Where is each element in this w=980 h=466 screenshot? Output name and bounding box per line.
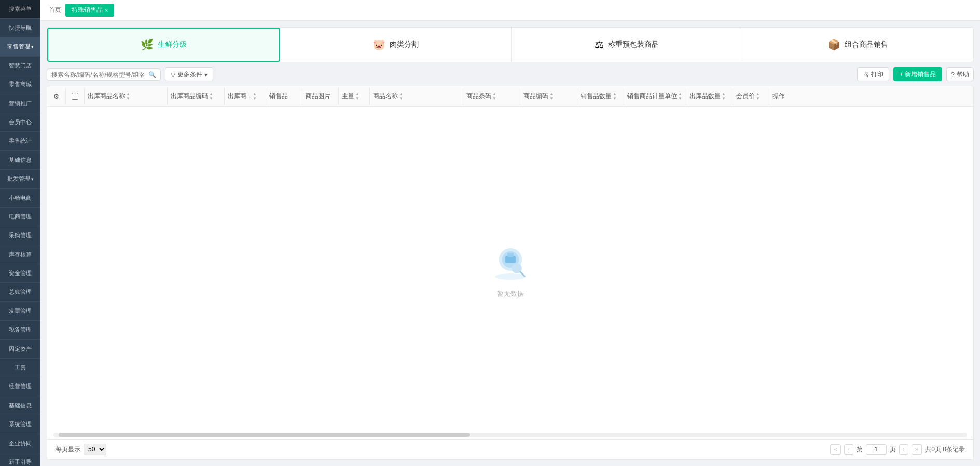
category-tab-meat-cut[interactable]: 🐷 肉类分割	[280, 28, 512, 62]
category-tab-combo-product[interactable]: 📦 组合商品销售	[742, 28, 973, 62]
sort-arrows-icon[interactable]: ▲▼	[209, 92, 213, 101]
topbar: 首页 特殊销售品 ×	[40, 0, 980, 21]
th-product-image: 商品图片	[302, 88, 339, 105]
sidebar-item-label: 快捷导航	[9, 24, 32, 31]
sidebar-item-basic-info[interactable]: 基础信息	[0, 151, 40, 170]
page-size-select[interactable]: 50	[84, 444, 106, 455]
sidebar-item-marketing[interactable]: 营销推广	[0, 94, 40, 113]
th-sale-unit: 销售商品计量单位 ▲▼	[624, 88, 686, 105]
sidebar-item-label: 零售统计	[9, 138, 32, 144]
scroll-thumb[interactable]	[59, 433, 470, 437]
print-button[interactable]: 🖨 打印	[857, 67, 889, 81]
sort-arrows-icon[interactable]: ▲▼	[722, 92, 726, 101]
sort-arrows-icon[interactable]: ▲▼	[399, 92, 403, 101]
table-container: ⚙ 出库商品名称 ▲▼ 出库商品编码 ▲▼ 出库商... ▲▼	[47, 86, 974, 460]
sidebar-item-wholesale-mgmt[interactable]: 批发管理 ▾	[0, 170, 40, 188]
sidebar-item-label: 固定资产	[9, 346, 32, 352]
sidebar-item-label: 会员中心	[9, 119, 32, 125]
prev-page-button[interactable]: ‹	[844, 444, 853, 455]
toolbar-left: 🔍 ▽ 更多条件 ▾	[47, 67, 213, 81]
sidebar-item-quick-nav[interactable]: 快捷导航	[0, 19, 40, 37]
sidebar-item-purchase-mgmt[interactable]: 采购管理	[0, 226, 40, 245]
sidebar-logo[interactable]: 搜索菜单	[0, 0, 40, 19]
pagination: 每页显示 50 « ‹ 第 页 › » 共0页 0条记录	[47, 439, 973, 459]
sidebar-item-label: 批发管理	[7, 175, 30, 183]
sidebar-item-enterprise[interactable]: 企业协同	[0, 434, 40, 453]
sidebar-item-business-mgmt[interactable]: 经营管理	[0, 377, 40, 396]
sidebar-item-fixed-assets[interactable]: 固定资产	[0, 340, 40, 359]
last-page-button[interactable]: »	[912, 444, 922, 455]
sidebar-item-base-info2[interactable]: 基础信息	[0, 396, 40, 415]
sidebar-item-finance[interactable]: 资金管理	[0, 264, 40, 283]
close-icon[interactable]: ×	[105, 7, 108, 13]
search-icon: 🔍	[148, 71, 156, 78]
sidebar-item-tax-mgmt[interactable]: 税务管理	[0, 321, 40, 339]
horizontal-scrollbar[interactable]	[53, 433, 967, 437]
th-settings[interactable]: ⚙	[47, 89, 66, 104]
first-page-button[interactable]: «	[830, 444, 841, 455]
sort-arrows-icon[interactable]: ▲▼	[492, 92, 496, 101]
sidebar-item-sys-mgmt[interactable]: 系统管理	[0, 415, 40, 434]
help-icon: ?	[951, 71, 955, 78]
sort-arrows-icon[interactable]: ▲▼	[678, 92, 682, 101]
search-input[interactable]	[51, 71, 146, 78]
filter-icon: ▽	[171, 71, 175, 78]
sidebar-item-label: 库存核算	[9, 251, 32, 257]
home-breadcrumb[interactable]: 首页	[49, 6, 61, 15]
sort-arrows-icon[interactable]: ▲▼	[253, 92, 257, 101]
sidebar-item-label: 工资	[15, 364, 26, 371]
special-sales-tab[interactable]: 特殊销售品 ×	[65, 4, 114, 17]
add-label: + 新增销售品	[900, 70, 936, 79]
sort-arrows-icon[interactable]: ▲▼	[355, 92, 360, 101]
sidebar-item-label: 零售商城	[9, 81, 32, 87]
sidebar-item-invoice-mgmt[interactable]: 发票管理	[0, 302, 40, 321]
sidebar-item-label: 发票管理	[9, 308, 32, 314]
sidebar-item-retail-mgmt[interactable]: 零售管理 ▾	[0, 37, 40, 56]
sort-arrows-icon[interactable]: ▲▼	[756, 92, 760, 101]
category-tabs: 🌿 生鲜分级 🐷 肉类分割 ⚖ 称重预包装商品 📦 组合商品销售	[47, 27, 974, 62]
category-tab-fresh-grade[interactable]: 🌿 生鲜分级	[47, 28, 280, 62]
toolbar-right: 🖨 打印 + 新增销售品 ? 帮助	[857, 67, 974, 81]
next-page-button[interactable]: ›	[899, 444, 908, 455]
sidebar-item-member-center[interactable]: 会员中心	[0, 113, 40, 132]
category-tab-weight-package[interactable]: ⚖ 称重预包装商品	[512, 28, 743, 62]
th-product-barcode: 商品条码 ▲▼	[463, 88, 520, 105]
sidebar-item-newbie[interactable]: 新手引导	[0, 453, 40, 466]
sidebar-item-inventory[interactable]: 库存核算	[0, 245, 40, 264]
sidebar-item-label: 税务管理	[9, 326, 32, 333]
sort-arrows-icon[interactable]: ▲▼	[613, 92, 617, 101]
help-label: 帮助	[957, 70, 969, 79]
sidebar-item-retail-stats[interactable]: 零售统计	[0, 132, 40, 150]
print-label: 打印	[871, 70, 884, 79]
add-sales-product-button[interactable]: + 新增销售品	[893, 67, 942, 81]
th-checkbox[interactable]	[66, 89, 85, 104]
help-button[interactable]: ? 帮助	[946, 67, 974, 81]
combo-product-icon: 📦	[827, 38, 840, 51]
sidebar-item-mini-ecom[interactable]: 小畅电商	[0, 189, 40, 208]
sidebar-item-label: 小畅电商	[9, 195, 32, 201]
svg-rect-4	[507, 253, 514, 257]
settings-icon: ⚙	[53, 93, 59, 100]
toolbar: 🔍 ▽ 更多条件 ▾ 🖨 打印 + 新增销售品 ? 帮助	[47, 67, 974, 81]
filter-label: 更多条件	[177, 70, 202, 79]
sidebar-item-ecom-mgmt[interactable]: 电商管理	[0, 208, 40, 226]
sidebar-item-retail-mall[interactable]: 零售商城	[0, 75, 40, 94]
sidebar-item-general-ledger[interactable]: 总账管理	[0, 283, 40, 301]
th-sale-qty: 销售品数量 ▲▼	[577, 88, 624, 105]
page-size-label: 每页显示	[56, 445, 80, 454]
page-number-input[interactable]	[866, 444, 887, 455]
sort-arrows-icon[interactable]: ▲▼	[549, 92, 554, 101]
search-box[interactable]: 🔍	[47, 68, 161, 81]
sidebar-item-salary[interactable]: 工资	[0, 359, 40, 377]
chevron-down-icon: ▾	[31, 44, 34, 50]
filter-button[interactable]: ▽ 更多条件 ▾	[165, 67, 213, 81]
sidebar-item-smart-store[interactable]: 智慧门店	[0, 57, 40, 75]
print-icon: 🖨	[863, 71, 869, 78]
fresh-grade-icon: 🌿	[141, 38, 154, 51]
sidebar-item-label: 营销推广	[9, 100, 32, 106]
th-product-code2: 商品编码 ▲▼	[520, 88, 577, 105]
sort-arrows-icon[interactable]: ▲▼	[126, 92, 130, 101]
weight-package-icon: ⚖	[595, 38, 604, 51]
select-all-checkbox[interactable]	[72, 93, 78, 100]
empty-text: 暂无数据	[497, 289, 524, 298]
